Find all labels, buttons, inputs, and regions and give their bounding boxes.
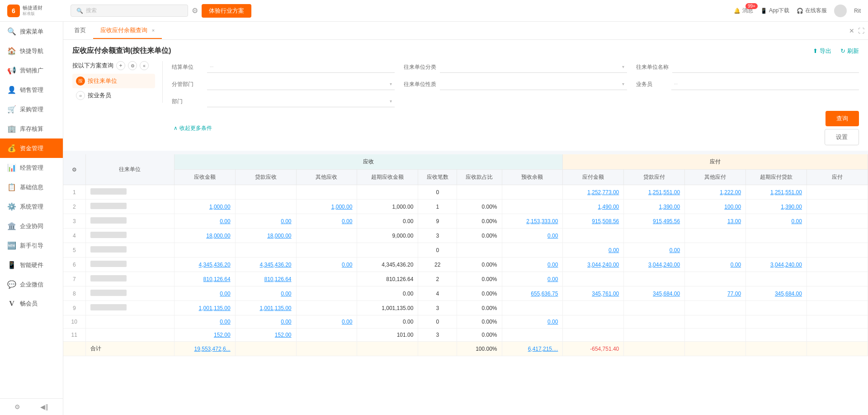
- amount-link[interactable]: 18,000.00: [267, 233, 291, 239]
- amount-link[interactable]: 1,490.00: [598, 204, 619, 210]
- avatar[interactable]: [834, 5, 847, 17]
- sidebar-item-enterprise[interactable]: 🏛️ 企业协同: [0, 216, 63, 236]
- collapse-more-button[interactable]: ∧ 收起更多条件: [172, 123, 214, 134]
- tab-receivable[interactable]: 应收应付余额查询 ×: [93, 23, 162, 39]
- table-cell[interactable]: 1,001,135.00: [174, 301, 235, 315]
- amount-link[interactable]: 1,251,551.00: [648, 189, 680, 196]
- table-cell[interactable]: 1,000.00: [296, 200, 357, 214]
- col-header-settings[interactable]: ⚙: [63, 154, 85, 185]
- field-input-partner-cat[interactable]: ▾: [440, 61, 627, 73]
- table-cell[interactable]: 13.00: [685, 214, 746, 229]
- amount-link[interactable]: 1,001,135.00: [259, 305, 291, 311]
- table-cell[interactable]: 0.00: [174, 315, 235, 329]
- field-input-partner-nature[interactable]: ▾: [440, 78, 627, 90]
- table-cell[interactable]: 0.00: [502, 315, 563, 329]
- table-cell[interactable]: 100.00: [685, 200, 746, 214]
- table-container[interactable]: ⚙ 往来单位 应收 应付 应收金额 贷款应收 其他应收 超期应收金额 应收笔数: [63, 154, 868, 415]
- table-cell[interactable]: 0.00: [235, 315, 296, 329]
- table-cell[interactable]: 1,390.00: [624, 200, 685, 214]
- amount-link[interactable]: 0.00: [547, 233, 558, 239]
- amount-link[interactable]: 0.00: [670, 247, 680, 253]
- query-button[interactable]: 查询: [826, 111, 859, 126]
- table-cell[interactable]: 0.00: [685, 258, 746, 272]
- table-cell[interactable]: 0.00: [174, 286, 235, 301]
- table-cell[interactable]: 4,345,436.20: [235, 258, 296, 272]
- amount-link[interactable]: 1,390.00: [659, 204, 680, 210]
- amount-link[interactable]: 0.00: [281, 319, 291, 325]
- field-input-dept[interactable]: ▾: [207, 95, 395, 107]
- search-bar[interactable]: 🔍 搜索: [71, 5, 188, 17]
- table-cell[interactable]: 1,490.00: [563, 200, 624, 214]
- table-cell[interactable]: 0.00: [296, 315, 357, 329]
- amount-link[interactable]: 1,000.00: [331, 204, 353, 210]
- amount-link[interactable]: 0.00: [547, 262, 558, 268]
- table-cell[interactable]: 1,222.00: [685, 185, 746, 200]
- amount-link[interactable]: 4,345,436.20: [259, 262, 291, 268]
- amount-link[interactable]: 0.00: [547, 276, 558, 282]
- table-cell[interactable]: 1,390.00: [746, 200, 807, 214]
- scheme-by-company[interactable]: 按 按往来单位: [72, 74, 155, 88]
- solution-button[interactable]: 体验行业方案: [202, 4, 251, 18]
- sidebar-item-finance[interactable]: 💰 资金管理: [0, 138, 63, 158]
- amount-link[interactable]: 0.00: [220, 218, 230, 224]
- customer-service-button[interactable]: 🎧 在线客服: [797, 7, 827, 14]
- table-cell[interactable]: 345,684.00: [624, 286, 685, 301]
- tab-maximize-icon[interactable]: ⛶: [858, 27, 864, 34]
- table-cell[interactable]: 810,126.64: [174, 272, 235, 286]
- table-cell[interactable]: 0.00: [174, 214, 235, 229]
- sidebar-settings-button[interactable]: ⚙: [14, 403, 20, 410]
- table-cell[interactable]: 152.00: [235, 329, 296, 342]
- notification-button[interactable]: 🔔 消息 99+: [734, 7, 753, 14]
- table-cell[interactable]: 0.00: [296, 258, 357, 272]
- amount-link[interactable]: 3,044,240.00: [587, 262, 619, 268]
- footer-cell[interactable]: 19,553,472,6...: [174, 342, 235, 356]
- sidebar-item-guide[interactable]: 🆕 新手引导: [0, 236, 63, 255]
- table-cell[interactable]: 0.00: [624, 243, 685, 258]
- amount-link[interactable]: 915,508.56: [592, 218, 619, 224]
- amount-link[interactable]: 3,044,240.00: [648, 262, 680, 268]
- amount-link[interactable]: 345,684.00: [653, 291, 680, 297]
- amount-link[interactable]: 0.00: [342, 262, 352, 268]
- export-button[interactable]: ⬆ 导出: [813, 47, 831, 55]
- amount-link[interactable]: 1,000.00: [209, 204, 231, 210]
- amount-link[interactable]: 13.00: [727, 218, 741, 224]
- amount-link[interactable]: 0.00: [792, 218, 802, 224]
- amount-link[interactable]: 655,636.75: [531, 291, 558, 297]
- amount-link[interactable]: 0.00: [547, 319, 558, 325]
- table-cell[interactable]: 0.00: [502, 229, 563, 243]
- settings-icon[interactable]: ⚙: [192, 6, 198, 15]
- table-cell[interactable]: 1,251,551.00: [624, 185, 685, 200]
- amount-link[interactable]: 810,126.64: [264, 276, 291, 282]
- field-input-salesperson[interactable]: ···: [671, 78, 859, 90]
- amount-link[interactable]: 18,000.00: [206, 233, 230, 239]
- table-cell[interactable]: 0.00: [563, 243, 624, 258]
- scheme-settings-button[interactable]: ⚙: [128, 61, 137, 70]
- footer-cell[interactable]: 6,417,215....: [502, 342, 563, 356]
- sidebar-item-basic[interactable]: 📋 基础信息: [0, 177, 63, 197]
- table-cell[interactable]: 3,044,240.00: [624, 258, 685, 272]
- table-cell[interactable]: 1,001,135.00: [235, 301, 296, 315]
- amount-link[interactable]: 0.00: [220, 319, 230, 325]
- amount-link[interactable]: 0.00: [220, 291, 230, 297]
- table-cell[interactable]: 2,153,333.00: [502, 214, 563, 229]
- amount-link[interactable]: 1,001,135.00: [199, 305, 231, 311]
- table-cell[interactable]: 3,044,240.00: [563, 258, 624, 272]
- field-input-settlement[interactable]: ···: [207, 61, 395, 73]
- table-cell[interactable]: 345,684.00: [746, 286, 807, 301]
- amount-link[interactable]: 77.00: [727, 291, 741, 297]
- amount-link[interactable]: 0.00: [281, 218, 291, 224]
- sidebar-item-purchase[interactable]: 🛒 采购管理: [0, 100, 63, 119]
- field-input-partner-name[interactable]: [672, 61, 859, 73]
- table-cell[interactable]: 0.00: [502, 272, 563, 286]
- amount-link[interactable]: 100.00: [724, 204, 741, 210]
- table-cell[interactable]: 18,000.00: [174, 229, 235, 243]
- amount-link[interactable]: 0.00: [609, 247, 619, 253]
- table-settings-icon[interactable]: ⚙: [72, 167, 77, 173]
- sidebar-item-inventory[interactable]: 🏢 库存核算: [0, 119, 63, 138]
- amount-link[interactable]: 152.00: [214, 332, 231, 338]
- table-cell[interactable]: 0.00: [502, 258, 563, 272]
- table-cell[interactable]: 1,251,551.00: [746, 185, 807, 200]
- table-cell[interactable]: 3,044,240.00: [746, 258, 807, 272]
- scheme-by-staff[interactable]: ○ 按业务员: [72, 88, 155, 103]
- table-cell[interactable]: 345,761.00: [563, 286, 624, 301]
